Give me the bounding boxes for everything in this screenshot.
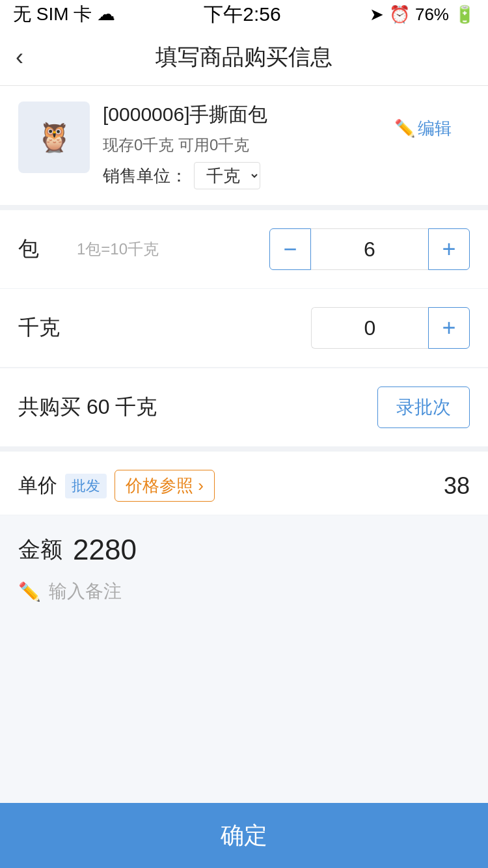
price-value: 38 [444, 472, 470, 500]
qty-minus-bag[interactable]: − [269, 228, 311, 270]
quantity-controls-kg: + [311, 307, 470, 349]
unit-label: 销售单位： [103, 165, 187, 187]
status-left: 无 SIM 卡 ☁ [13, 2, 115, 27]
back-button[interactable]: ‹ [16, 44, 23, 71]
unit-select[interactable]: 千克 [194, 162, 260, 189]
battery-label: 76% [415, 5, 449, 25]
product-unit-row: 销售单位： 千克 [103, 162, 470, 189]
quantity-controls-bag: − + [269, 228, 470, 270]
product-info-container: [0000006]手撕面包 现存0千克 可用0千克 销售单位： 千克 ✏️ 编辑 [103, 102, 470, 189]
qty-input-kg[interactable] [311, 307, 428, 349]
quantity-row-kg: 千克 + [0, 289, 488, 368]
total-label: 共购买 60 千克 [18, 393, 157, 422]
edit-icon: ✏️ [394, 118, 415, 139]
edit-button[interactable]: ✏️ 编辑 [394, 117, 452, 140]
status-bar: 无 SIM 卡 ☁ 下午2:56 ➤ ⏰ 76% 🔋 [0, 0, 488, 29]
quantity-label-bag: 包 [18, 235, 70, 264]
price-left: 单价 批发 价格参照 › [18, 470, 215, 502]
product-thumbnail: 🦉 [18, 102, 90, 173]
edit-label: 编辑 [418, 117, 452, 140]
battery-icon: 🔋 [454, 5, 475, 25]
quantity-row-bag: 包 1包=10千克 − + [0, 210, 488, 289]
price-section: 单价 批发 价格参照 › 38 [0, 452, 488, 515]
quantity-sublabel-bag: 1包=10千克 [77, 239, 269, 260]
total-row: 共购买 60 千克 录批次 [0, 368, 488, 452]
nav-bar: ‹ 填写商品购买信息 [0, 29, 488, 86]
confirm-button[interactable]: 确定 [0, 803, 488, 868]
remark-row[interactable]: ✏️ 输入备注 [18, 579, 470, 604]
price-ref-button[interactable]: 价格参照 › [115, 470, 215, 502]
amount-value: 2280 [73, 534, 137, 566]
product-card: 🦉 [0000006]手撕面包 现存0千克 可用0千克 销售单位： 千克 ✏️ … [0, 86, 488, 210]
sim-label: 无 SIM 卡 ☁ [13, 2, 115, 27]
remark-icon: ✏️ [18, 581, 41, 603]
qty-input-bag[interactable] [311, 228, 428, 270]
status-time: 下午2:56 [204, 1, 280, 28]
qty-plus-bag[interactable]: + [428, 228, 470, 270]
page-title: 填写商品购买信息 [156, 42, 332, 72]
alarm-icon: ⏰ [389, 5, 410, 25]
product-thumb-icon: 🦉 [36, 120, 72, 154]
quantity-label-kg: 千克 [18, 314, 70, 342]
amount-section: 金额 2280 ✏️ 输入备注 [0, 515, 488, 803]
remark-placeholder: 输入备注 [49, 579, 122, 604]
amount-row: 金额 2280 [18, 534, 470, 566]
price-label: 单价 [18, 472, 57, 499]
status-right: ➤ ⏰ 76% 🔋 [370, 5, 475, 25]
record-batch-button[interactable]: 录批次 [377, 387, 470, 428]
batch-tag: 批发 [65, 474, 107, 498]
qty-plus-kg[interactable]: + [428, 307, 470, 349]
amount-label: 金额 [18, 535, 62, 565]
location-icon: ➤ [370, 5, 384, 25]
quantity-section: 包 1包=10千克 − + 千克 + [0, 210, 488, 368]
